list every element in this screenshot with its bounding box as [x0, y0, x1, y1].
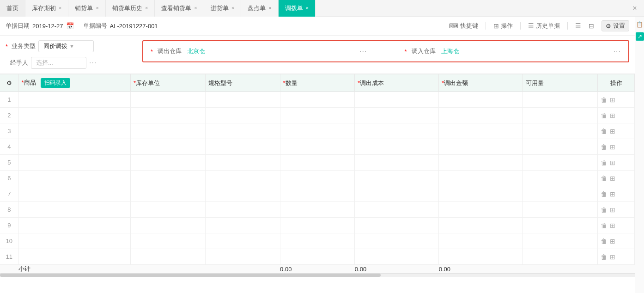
- row-spec-8[interactable]: [205, 202, 280, 218]
- row-unit-2[interactable]: [131, 108, 206, 123]
- copy-icon-7[interactable]: ⊞: [610, 190, 615, 198]
- copy-icon-1[interactable]: ⊞: [610, 96, 615, 104]
- row-spec-11[interactable]: [205, 249, 280, 265]
- row-unit-10[interactable]: [131, 233, 206, 249]
- row-available-7[interactable]: [523, 186, 598, 202]
- row-unit-3[interactable]: [131, 123, 206, 139]
- scan-input-button[interactable]: 扫码录入: [41, 78, 70, 88]
- row-spec-7[interactable]: [205, 186, 280, 202]
- tab-view-sales-close[interactable]: ×: [194, 6, 197, 11]
- copy-icon-5[interactable]: ⊞: [610, 159, 615, 166]
- row-amount-10[interactable]: [439, 233, 523, 249]
- shortcuts-button[interactable]: ⌨ 快捷键: [449, 22, 478, 30]
- row-available-1[interactable]: [523, 92, 598, 108]
- handler-dropdown[interactable]: 选择...: [31, 57, 86, 69]
- sidebar-doc-icon[interactable]: 📋: [636, 20, 644, 29]
- business-type-dropdown[interactable]: 同价调拨 ▼: [38, 40, 94, 52]
- in-warehouse-more-button[interactable]: ···: [614, 47, 621, 55]
- tab-transfer-order[interactable]: 调拨单 ×: [279, 0, 316, 17]
- settings-col-icon[interactable]: ⚙: [6, 79, 12, 86]
- row-quantity-3[interactable]: [280, 123, 355, 139]
- row-spec-6[interactable]: [205, 171, 280, 186]
- row-product-8[interactable]: [18, 202, 131, 218]
- row-available-9[interactable]: [523, 218, 598, 233]
- tab-inventory-check-close[interactable]: ×: [268, 6, 271, 11]
- row-spec-9[interactable]: [205, 218, 280, 233]
- calendar-icon[interactable]: 📅: [66, 22, 74, 30]
- layout-list-button[interactable]: ☰: [575, 22, 581, 30]
- row-quantity-11[interactable]: [280, 249, 355, 265]
- tab-sales-history[interactable]: 销货单历史 ×: [106, 0, 155, 17]
- row-quantity-4[interactable]: [280, 139, 355, 155]
- row-cost-5[interactable]: [355, 155, 439, 171]
- row-unit-11[interactable]: [131, 249, 206, 265]
- tab-inventory-init-close[interactable]: ×: [59, 6, 61, 11]
- out-warehouse-value[interactable]: 北京仓: [187, 47, 205, 55]
- row-quantity-7[interactable]: [280, 186, 355, 202]
- copy-icon-2[interactable]: ⊞: [610, 112, 615, 119]
- row-available-6[interactable]: [523, 171, 598, 186]
- row-available-8[interactable]: [523, 202, 598, 218]
- copy-icon-3[interactable]: ⊞: [610, 128, 615, 135]
- copy-icon-10[interactable]: ⊞: [610, 238, 615, 245]
- row-spec-10[interactable]: [205, 233, 280, 249]
- row-available-5[interactable]: [523, 155, 598, 171]
- row-spec-5[interactable]: [205, 155, 280, 171]
- row-quantity-1[interactable]: [280, 92, 355, 108]
- delete-icon-9[interactable]: 🗑: [601, 222, 607, 229]
- history-button[interactable]: ☰ 历史单据: [528, 22, 560, 30]
- row-product-10[interactable]: [18, 233, 131, 249]
- row-spec-4[interactable]: [205, 139, 280, 155]
- row-quantity-5[interactable]: [280, 155, 355, 171]
- delete-icon-1[interactable]: 🗑: [601, 96, 607, 104]
- delete-icon-10[interactable]: 🗑: [601, 238, 607, 245]
- row-product-7[interactable]: [18, 186, 131, 202]
- row-unit-8[interactable]: [131, 202, 206, 218]
- row-cost-1[interactable]: [355, 92, 439, 108]
- handler-more-button[interactable]: ···: [89, 59, 97, 67]
- row-amount-8[interactable]: [439, 202, 523, 218]
- row-amount-1[interactable]: [439, 92, 523, 108]
- row-available-3[interactable]: [523, 123, 598, 139]
- row-spec-3[interactable]: [205, 123, 280, 139]
- row-unit-6[interactable]: [131, 171, 206, 186]
- row-product-5[interactable]: [18, 155, 131, 171]
- out-warehouse-more-button[interactable]: ···: [359, 47, 367, 55]
- row-available-11[interactable]: [523, 249, 598, 265]
- delete-icon-11[interactable]: 🗑: [601, 253, 607, 261]
- delete-icon-8[interactable]: 🗑: [601, 206, 607, 214]
- row-cost-11[interactable]: [355, 249, 439, 265]
- row-amount-9[interactable]: [439, 218, 523, 233]
- row-product-9[interactable]: [18, 218, 131, 233]
- copy-icon-9[interactable]: ⊞: [610, 222, 615, 229]
- row-product-6[interactable]: [18, 171, 131, 186]
- row-cost-4[interactable]: [355, 139, 439, 155]
- row-spec-1[interactable]: [205, 92, 280, 108]
- copy-icon-8[interactable]: ⊞: [610, 206, 615, 214]
- tab-sales-order-close[interactable]: ×: [96, 6, 98, 11]
- tab-purchase-order[interactable]: 进货单 ×: [204, 0, 241, 17]
- scrollbar-thumb[interactable]: [0, 274, 381, 277]
- tab-view-sales[interactable]: 查看销货单 ×: [155, 0, 204, 17]
- horizontal-scrollbar[interactable]: [0, 273, 635, 277]
- row-cost-10[interactable]: [355, 233, 439, 249]
- row-quantity-8[interactable]: [280, 202, 355, 218]
- tab-purchase-order-close[interactable]: ×: [231, 6, 234, 11]
- row-cost-3[interactable]: [355, 123, 439, 139]
- delete-icon-2[interactable]: 🗑: [601, 112, 607, 119]
- row-amount-5[interactable]: [439, 155, 523, 171]
- tab-sales-history-close[interactable]: ×: [145, 6, 148, 11]
- tab-inventory-init[interactable]: 库存期初 ×: [25, 0, 68, 17]
- row-available-4[interactable]: [523, 139, 598, 155]
- row-unit-1[interactable]: [131, 92, 206, 108]
- tab-home[interactable]: 首页: [0, 0, 25, 17]
- row-amount-6[interactable]: [439, 171, 523, 186]
- row-available-2[interactable]: [523, 108, 598, 123]
- row-unit-5[interactable]: [131, 155, 206, 171]
- row-quantity-2[interactable]: [280, 108, 355, 123]
- sidebar-expand-icon[interactable]: ↗: [636, 32, 644, 41]
- row-cost-8[interactable]: [355, 202, 439, 218]
- row-product-11[interactable]: [18, 249, 131, 265]
- copy-icon-11[interactable]: ⊞: [610, 253, 615, 261]
- row-unit-4[interactable]: [131, 139, 206, 155]
